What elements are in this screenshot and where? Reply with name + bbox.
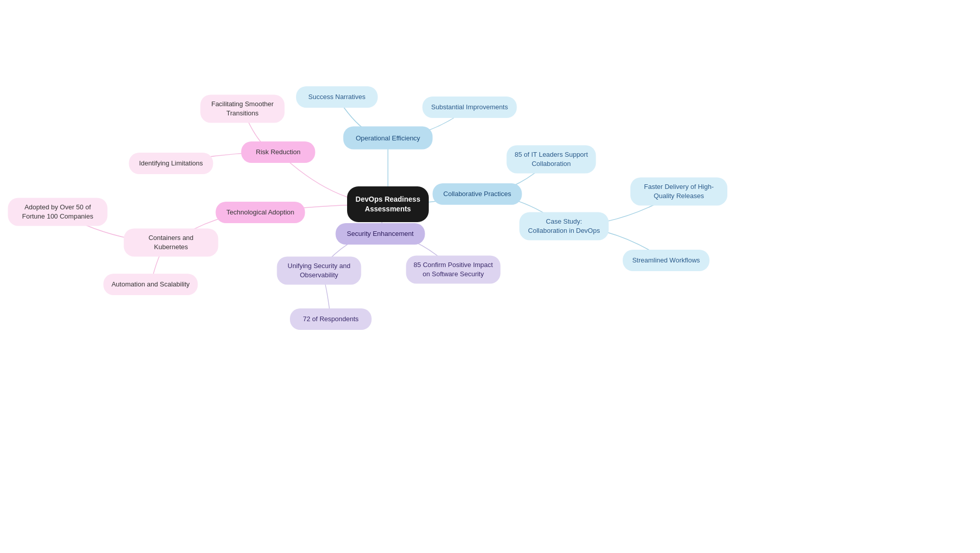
facilitating-smoother-node[interactable]: Facilitating Smoother Transitions: [201, 94, 285, 123]
72-respondents-node[interactable]: 72 of Respondents: [290, 308, 372, 330]
collaborative-practices-node[interactable]: Collaborative Practices: [433, 183, 522, 205]
faster-delivery-node[interactable]: Faster Delivery of High-Quality Releases: [630, 177, 727, 205]
mindmap-container: DevOps Readiness AssessmentsOperational …: [0, 0, 980, 553]
security-enhancement-node[interactable]: Security Enhancement: [336, 223, 425, 245]
center-node[interactable]: DevOps Readiness Assessments: [347, 186, 429, 222]
case-study-node[interactable]: Case Study: Collaboration in DevOps: [520, 212, 609, 240]
confirm-positive-node[interactable]: 85 Confirm Positive Impact on Software S…: [406, 255, 501, 283]
streamlined-workflows-node[interactable]: Streamlined Workflows: [623, 250, 709, 271]
85-it-leaders-node[interactable]: 85 of IT Leaders Support Collaboration: [507, 145, 596, 173]
risk-reduction-node[interactable]: Risk Reduction: [241, 141, 315, 163]
substantial-improvements-node[interactable]: Substantial Improvements: [423, 97, 517, 118]
adopted-fortune-node[interactable]: Adopted by Over 50 of Fortune 100 Compan…: [8, 198, 108, 226]
operational-efficiency-node[interactable]: Operational Efficiency: [344, 127, 433, 150]
automation-scalability-node[interactable]: Automation and Scalability: [104, 274, 198, 295]
technological-adoption-node[interactable]: Technological Adoption: [216, 202, 305, 223]
unifying-security-node[interactable]: Unifying Security and Observability: [277, 256, 361, 284]
success-narratives-node[interactable]: Success Narratives: [296, 86, 378, 108]
identifying-limitations-node[interactable]: Identifying Limitations: [129, 153, 213, 174]
containers-kubernetes-node[interactable]: Containers and Kubernetes: [124, 228, 218, 256]
